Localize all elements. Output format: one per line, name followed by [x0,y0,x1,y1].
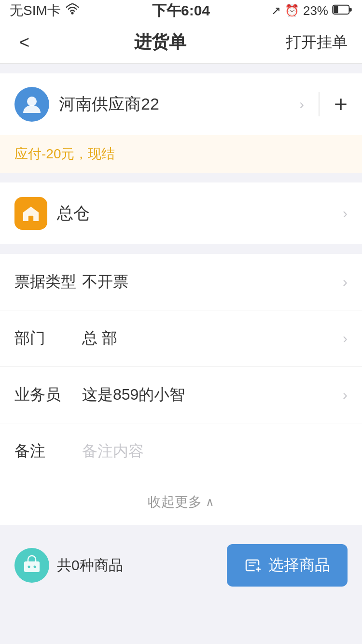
svg-rect-3 [349,8,351,12]
invoice-type-chevron-icon: › [343,274,348,290]
warehouse-row[interactable]: 总仓 › [0,182,362,244]
svg-point-8 [34,566,36,568]
salesperson-row[interactable]: 业务员 这是859的小智 › [0,367,362,423]
page-title: 进货单 [134,30,186,54]
remark-label: 备注 [14,441,82,462]
section-gap-2 [0,173,362,182]
collapse-text: 收起更多 [148,493,202,511]
svg-point-0 [71,12,73,14]
warehouse-section[interactable]: 总仓 › [0,182,362,244]
location-icon: ↗ [271,4,281,17]
invoice-type-label: 票据类型 [14,271,82,293]
battery-text: 23% [303,3,328,18]
section-gap-3 [0,244,362,254]
supplier-row[interactable]: 河南供应商22 › + [0,73,362,135]
svg-rect-6 [24,561,40,572]
section-gap-4 [0,525,362,534]
status-left: 无SIM卡 [10,1,79,20]
alarm-icon: ⏰ [285,4,299,17]
supplier-name: 河南供应商22 [59,93,299,115]
supplier-section: 河南供应商22 › + [0,73,362,135]
main-content: 河南供应商22 › + 应付-20元，现结 总仓 › 票据类型 [0,64,362,644]
department-label: 部门 [14,328,82,349]
invoice-type-row[interactable]: 票据类型 不开票 › [0,254,362,310]
product-count-text: 共0种商品 [57,556,123,575]
salesperson-chevron-icon: › [343,387,348,403]
battery-icon [332,3,352,18]
svg-point-4 [27,97,37,106]
status-right: ↗ ⏰ 23% [271,3,352,18]
wifi-icon [66,2,79,19]
collapse-icon: ∧ [206,495,214,509]
remark-row[interactable]: 备注 备注内容 [0,423,362,479]
status-time: 下午6:04 [152,1,210,21]
add-supplier-button[interactable]: + [334,93,348,116]
warehouse-icon [14,197,47,230]
section-gap-1 [0,64,362,73]
remark-input[interactable]: 备注内容 [82,441,348,462]
alert-banner: 应付-20元，现结 [0,135,362,173]
form-section: 票据类型 不开票 › 部门 总 部 › 业务员 这是859的小智 › 备注 备注… [0,254,362,479]
select-product-label: 选择商品 [268,555,330,576]
back-button[interactable]: < [14,28,34,57]
alert-text: 应付-20元，现结 [14,146,115,161]
status-bar: 无SIM卡 下午6:04 ↗ ⏰ 23% [0,0,362,21]
product-icon [14,548,49,583]
warehouse-chevron-icon: › [343,205,348,222]
select-product-button[interactable]: 选择商品 [227,544,348,587]
collapse-button[interactable]: 收起更多 ∧ [0,479,362,525]
svg-point-7 [28,566,30,568]
salesperson-value: 这是859的小智 [82,384,343,406]
open-pending-button[interactable]: 打开挂单 [286,32,348,53]
collapse-section: 收起更多 ∧ [0,479,362,525]
invoice-type-value: 不开票 [82,271,343,293]
svg-rect-5 [28,215,34,221]
select-product-btn-icon [244,556,263,574]
department-value: 总 部 [82,328,343,349]
svg-rect-2 [334,6,338,13]
department-row[interactable]: 部门 总 部 › [0,310,362,367]
department-chevron-icon: › [343,330,348,347]
bottom-bar: 共0种商品 选择商品 [0,534,362,601]
supplier-chevron-icon: › [299,96,304,112]
carrier-text: 无SIM卡 [10,1,61,20]
product-count-wrap: 共0种商品 [14,548,123,583]
supplier-divider [319,92,320,116]
warehouse-name: 总仓 [57,202,343,224]
salesperson-label: 业务员 [14,384,82,406]
nav-bar: < 进货单 打开挂单 [0,21,362,64]
supplier-avatar [14,87,49,122]
